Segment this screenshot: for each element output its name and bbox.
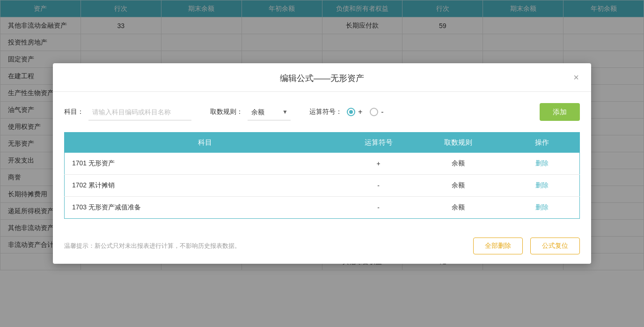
formula-action: 删除 (505, 197, 580, 219)
modal-title: 编辑公式——无形资产 (280, 73, 364, 84)
formula-action: 删除 (505, 175, 580, 197)
formula-operator: + (346, 153, 411, 175)
formula-table-row: 1703 无形资产减值准备 - 余额 删除 (65, 197, 580, 219)
footer-buttons: 全部删除 公式复位 (473, 238, 580, 254)
add-button[interactable]: 添加 (540, 103, 580, 121)
reset-formula-button[interactable]: 公式复位 (530, 238, 580, 254)
formula-action: 删除 (505, 153, 580, 175)
formula-table-row: 1701 无形资产 + 余额 删除 (65, 153, 580, 175)
th-subject: 科目 (65, 133, 346, 153)
radio-minus[interactable]: - (370, 108, 383, 116)
operator-group: 运算符号： + - (309, 108, 384, 116)
formula-subject: 1702 累计摊销 (65, 175, 346, 197)
formula-table-row: 1702 累计摊销 - 余额 删除 (65, 175, 580, 197)
formula-table: 科目 运算符号 取数规则 操作 1701 无形资产 + 余额 删除 1702 累… (64, 132, 580, 219)
delete-row-button[interactable]: 删除 (535, 159, 549, 168)
subject-input[interactable] (88, 104, 191, 120)
modal-overlay: 编辑公式——无形资产 × 科目： 取数规则： 余额 借方 (0, 0, 644, 327)
formula-rule: 余额 (411, 197, 505, 219)
rule-group: 取数规则： 余额 借方 贷方 期初余额 ▼ (210, 104, 291, 120)
radio-minus-label: - (381, 108, 383, 116)
radio-group: + - (347, 108, 384, 116)
formula-subject: 1703 无形资产减值准备 (65, 197, 346, 219)
radio-plus[interactable]: + (347, 108, 362, 116)
rule-label: 取数规则： (210, 108, 243, 116)
radio-plus-circle (347, 108, 355, 116)
modal-footer: 温馨提示：新公式只对未出报表进行计算，不影响历史报表数据。 全部删除 公式复位 (53, 230, 591, 264)
delete-all-button[interactable]: 全部删除 (473, 238, 523, 254)
operator-label: 运算符号： (309, 108, 342, 116)
subject-label: 科目： (64, 108, 84, 116)
modal-dialog: 编辑公式——无形资产 × 科目： 取数规则： 余额 借方 (53, 63, 591, 264)
delete-row-button[interactable]: 删除 (535, 181, 549, 190)
subject-group: 科目： (64, 104, 191, 120)
modal-close-button[interactable]: × (571, 72, 582, 83)
rule-select-wrapper: 余额 借方 贷方 期初余额 ▼ (248, 104, 291, 120)
modal-body: 科目： 取数规则： 余额 借方 贷方 期初余额 ▼ (53, 92, 591, 230)
formula-rule: 余额 (411, 175, 505, 197)
radio-minus-circle (370, 108, 378, 116)
formula-operator: - (346, 175, 411, 197)
radio-plus-label: + (358, 108, 362, 116)
table-header-row: 科目 运算符号 取数规则 操作 (65, 133, 580, 153)
formula-rule: 余额 (411, 153, 505, 175)
th-action: 操作 (505, 133, 580, 153)
footer-tip: 温馨提示：新公式只对未出报表进行计算，不影响历史报表数据。 (64, 242, 241, 250)
th-rule: 取数规则 (411, 133, 505, 153)
delete-row-button[interactable]: 删除 (535, 203, 549, 212)
th-operator: 运算符号 (346, 133, 411, 153)
form-row: 科目： 取数规则： 余额 借方 贷方 期初余额 ▼ (64, 103, 580, 121)
formula-subject: 1701 无形资产 (65, 153, 346, 175)
modal-header: 编辑公式——无形资产 × (53, 63, 591, 92)
formula-operator: - (346, 197, 411, 219)
rule-select[interactable]: 余额 借方 贷方 期初余额 (248, 104, 291, 120)
